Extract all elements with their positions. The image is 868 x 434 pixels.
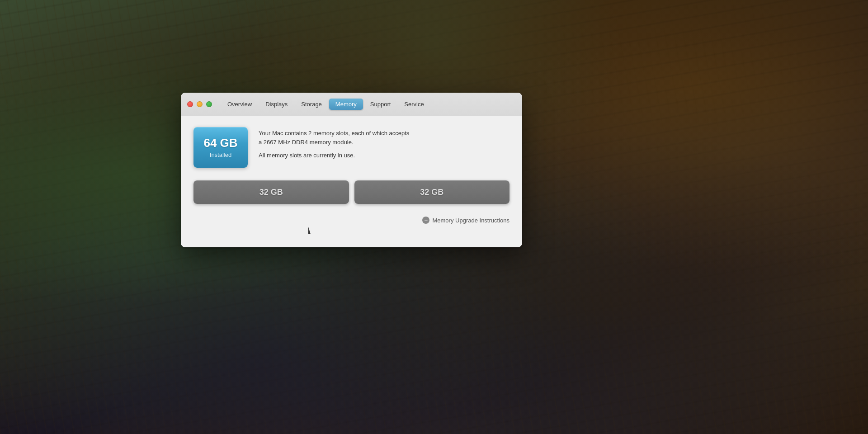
tab-overview[interactable]: Overview: [221, 99, 258, 110]
memory-slot-1: 32 GB: [193, 180, 349, 204]
memory-slot-2: 32 GB: [354, 180, 510, 204]
tab-storage[interactable]: Storage: [295, 99, 328, 110]
system-information-window: Overview Displays Storage Memory Support…: [181, 93, 522, 247]
tab-displays[interactable]: Displays: [259, 99, 294, 110]
footer: → Memory Upgrade Instructions: [193, 217, 509, 224]
slot-1-label: 32 GB: [259, 188, 283, 197]
titlebar: Overview Displays Storage Memory Support…: [181, 93, 522, 116]
memory-description: Your Mac contains 2 memory slots, each o…: [259, 127, 509, 160]
fullscreen-button[interactable]: [206, 101, 212, 107]
traffic-lights: [187, 101, 212, 107]
memory-content: 64 GB Installed Your Mac contains 2 memo…: [181, 116, 522, 247]
minimize-button[interactable]: [197, 101, 203, 107]
memory-badge-size: 64 GB: [203, 137, 237, 150]
tab-bar: Overview Displays Storage Memory Support…: [221, 99, 430, 110]
description-line3: All memory slots are currently in use.: [259, 151, 509, 160]
tab-service[interactable]: Service: [398, 99, 430, 110]
top-section: 64 GB Installed Your Mac contains 2 memo…: [193, 127, 509, 168]
close-button[interactable]: [187, 101, 193, 107]
tab-memory[interactable]: Memory: [329, 99, 363, 110]
upgrade-link-label: Memory Upgrade Instructions: [432, 217, 509, 224]
info-icon: →: [422, 217, 429, 224]
memory-badge-label: Installed: [210, 151, 231, 158]
description-line1: Your Mac contains 2 memory slots, each o…: [259, 129, 509, 146]
tab-support[interactable]: Support: [364, 99, 397, 110]
memory-upgrade-link[interactable]: → Memory Upgrade Instructions: [422, 217, 509, 224]
memory-slots: 32 GB 32 GB: [193, 180, 509, 204]
slot-2-label: 32 GB: [420, 188, 443, 197]
memory-badge: 64 GB Installed: [193, 127, 248, 168]
